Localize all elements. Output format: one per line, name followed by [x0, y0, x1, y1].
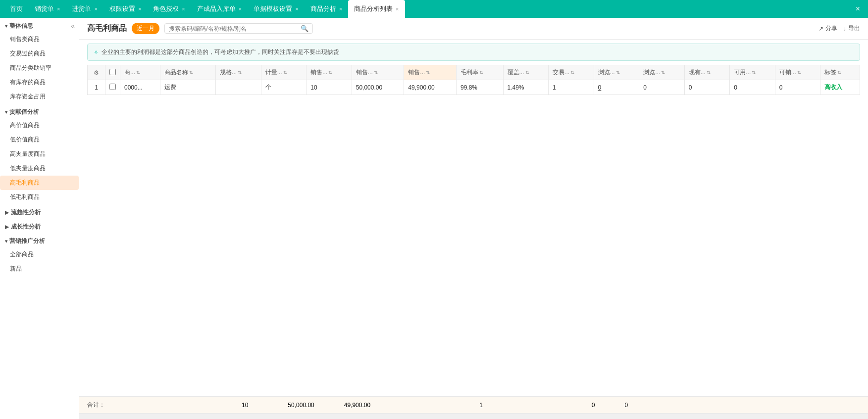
sidebar-item-sales-goods[interactable]: 销售类商品	[0, 32, 79, 47]
sidebar-item-high-margin[interactable]: 高毛利商品	[0, 176, 79, 190]
footer-sale-amt: 50,000.00	[288, 402, 314, 409]
th-saleable-stock[interactable]: 可销... ⇅	[775, 65, 820, 80]
sidebar-item-new-goods[interactable]: 新品	[0, 262, 79, 276]
sidebar-item-high-freq[interactable]: 高夹量度商品	[0, 147, 79, 161]
gear-icon[interactable]: ⚙	[94, 69, 99, 76]
export-button[interactable]: ↓ 导出	[843, 24, 860, 33]
th-browse1[interactable]: 浏览... ⇅	[594, 65, 639, 80]
nav-product-inbound[interactable]: 产成品入库单 ×	[191, 0, 248, 18]
top-navigation: 首页 销货单 × 进货单 × 权限设置 × 角色授权 × 产成品入库单 × 单据…	[0, 0, 868, 18]
sidebar-item-high-value[interactable]: 高价值商品	[0, 118, 79, 133]
footer-trade-count: 1	[479, 402, 483, 409]
close-icon[interactable]: ×	[182, 6, 185, 12]
nav-product-analysis[interactable]: 商品分析 ×	[305, 0, 348, 18]
footer-current-stock: 0	[592, 402, 595, 409]
th-current-stock[interactable]: 现有... ⇅	[684, 65, 730, 80]
sidebar-group-overview[interactable]: ▾ 整体信息	[0, 18, 79, 32]
close-icon[interactable]: ×	[339, 6, 342, 12]
close-icon[interactable]: ×	[295, 6, 298, 12]
cell-checkbox[interactable]	[105, 80, 120, 95]
sort-icon: ⇅	[525, 70, 529, 75]
sort-icon: ⇅	[283, 70, 287, 75]
horizontal-scrollbar[interactable]	[79, 413, 868, 419]
cell-saleable-stock: 0	[775, 80, 820, 95]
cell-sale-qty: 10	[306, 80, 352, 95]
select-all-checkbox[interactable]	[109, 69, 116, 75]
share-button[interactable]: ↗ 分享	[818, 24, 837, 33]
page-title: 高毛利商品	[87, 23, 127, 34]
chevron-down-icon: ▾	[5, 238, 7, 244]
sidebar-item-low-freq[interactable]: 低夹量度商品	[0, 161, 79, 176]
filter-recent-month-button[interactable]: 近一月	[132, 23, 159, 34]
window-close-button[interactable]: ×	[852, 4, 864, 13]
nav-role[interactable]: 角色授权 ×	[147, 0, 191, 18]
th-code[interactable]: 商... ⇅	[120, 65, 160, 80]
tag-label: 高收入	[824, 84, 842, 91]
sidebar-group-marketing[interactable]: ▾ 营销推广分析	[0, 233, 79, 247]
th-gross-rate[interactable]: 毛利率 ⇅	[456, 65, 503, 80]
sidebar-item-capital-usage[interactable]: 库存资金占用	[0, 90, 79, 104]
table-row: 1 0000... 运费 个 10 50,000.00 49,900.00 99…	[88, 80, 860, 95]
th-trade-count[interactable]: 交易... ⇅	[549, 65, 594, 80]
close-icon[interactable]: ×	[94, 6, 97, 12]
th-sale-amt[interactable]: 销售... ⇅	[352, 65, 404, 80]
main-layout: « ▾ 整体信息 销售类商品 交易过的商品 商品分类助销率 有库存的商品 库存资…	[0, 18, 868, 419]
sidebar-item-low-value[interactable]: 低价值商品	[0, 133, 79, 147]
content-header: 高毛利商品 近一月 🔍 ↗ 分享 ↓ 导出	[79, 18, 868, 40]
sort-icon: ⇅	[374, 70, 378, 75]
chevron-down-icon: ▾	[5, 23, 7, 29]
nav-product-analysis-list[interactable]: 商品分析列表 ×	[348, 0, 405, 18]
header-actions: ↗ 分享 ↓ 导出	[818, 24, 860, 33]
search-input[interactable]	[169, 25, 301, 32]
search-box[interactable]: 🔍	[164, 23, 313, 34]
sidebar-collapse-button[interactable]: «	[71, 22, 75, 30]
footer-total-bar: 合计： 10 50,000.00 49,900.00 1 0 0	[79, 396, 868, 413]
close-icon[interactable]: ×	[396, 6, 399, 12]
close-icon[interactable]: ×	[57, 6, 60, 12]
th-name[interactable]: 商品名称 ⇅	[160, 65, 216, 80]
sidebar-item-category-rate[interactable]: 商品分类助销率	[0, 61, 79, 75]
th-unit[interactable]: 计量... ⇅	[261, 65, 306, 80]
cell-spec	[216, 80, 261, 95]
content-area: 高毛利商品 近一月 🔍 ↗ 分享 ↓ 导出 ✧ 企业的主要的利润都是这部分商品创…	[79, 18, 868, 419]
th-browse2[interactable]: 浏览... ⇅	[639, 65, 685, 80]
table-wrapper: ⚙ 商... ⇅ 商品名称	[79, 65, 868, 396]
th-coverage[interactable]: 覆盖... ⇅	[503, 65, 549, 80]
sidebar-item-all-goods[interactable]: 全部商品	[0, 247, 79, 262]
sort-icon: ⇅	[707, 70, 711, 75]
cell-code: 0000...	[120, 80, 160, 95]
cell-name: 运费	[160, 80, 216, 95]
close-icon[interactable]: ×	[138, 6, 141, 12]
sort-icon: ⇅	[661, 70, 665, 75]
row-checkbox[interactable]	[109, 84, 116, 90]
sidebar-item-stock-goods[interactable]: 有库存的商品	[0, 75, 79, 90]
cell-avail-stock: 0	[730, 80, 775, 95]
sort-icon: ⇅	[426, 70, 430, 75]
th-spec[interactable]: 规格... ⇅	[216, 65, 261, 80]
sort-icon: ⇅	[837, 70, 841, 75]
info-icon: ✧	[94, 49, 99, 56]
sort-icon: ⇅	[616, 70, 620, 75]
th-sale-cost[interactable]: 销售... ⇅	[404, 65, 457, 80]
sidebar-group-trend[interactable]: ▶ 流趋性分析	[0, 204, 79, 219]
nav-home[interactable]: 首页	[4, 0, 29, 18]
search-icon: 🔍	[301, 25, 308, 32]
th-sale-qty[interactable]: 销售... ⇅	[306, 65, 352, 80]
th-tag[interactable]: 标签 ⇅	[820, 65, 860, 80]
cell-browse1[interactable]: 0	[594, 80, 639, 95]
cell-gross-rate: 99.8%	[456, 80, 503, 95]
nav-permission[interactable]: 权限设置 ×	[103, 0, 147, 18]
th-avail-stock[interactable]: 可用... ⇅	[730, 65, 775, 80]
data-table: ⚙ 商... ⇅ 商品名称	[87, 65, 860, 95]
sidebar-group-growth[interactable]: ▶ 成长性分析	[0, 219, 79, 233]
nav-template-settings[interactable]: 单据模板设置 ×	[248, 0, 304, 18]
export-icon: ↓	[843, 25, 846, 32]
sidebar-item-traded-goods[interactable]: 交易过的商品	[0, 47, 79, 61]
sidebar-item-low-margin[interactable]: 低毛利商品	[0, 190, 79, 204]
sidebar-group-contribution[interactable]: ▾ 贡献值分析	[0, 104, 79, 118]
close-icon[interactable]: ×	[239, 6, 242, 12]
sort-icon: ⇅	[752, 70, 756, 75]
nav-purchase[interactable]: 进货单 ×	[66, 0, 103, 18]
nav-sales[interactable]: 销货单 ×	[29, 0, 66, 18]
total-label: 合计：	[87, 401, 105, 409]
